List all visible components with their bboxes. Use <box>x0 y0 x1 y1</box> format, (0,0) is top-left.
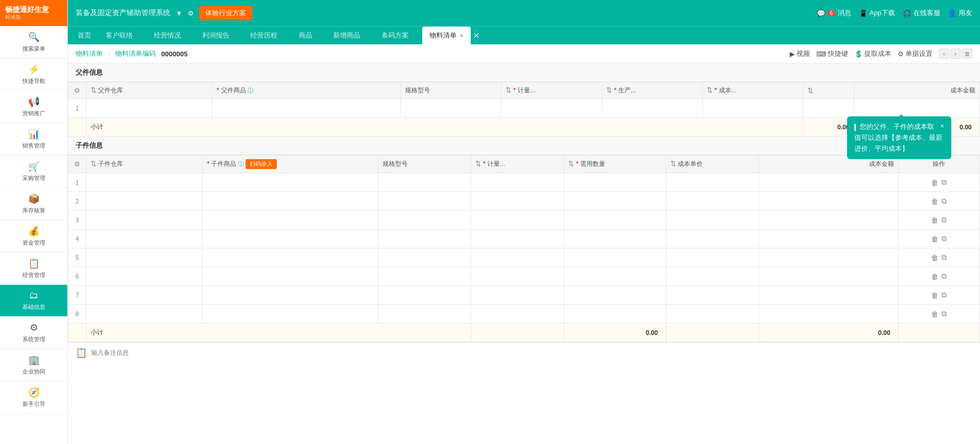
tab-close-add-goods[interactable]: × <box>363 32 366 39</box>
tab-profit-report[interactable]: 利润报告× <box>195 27 243 44</box>
sidebar-item-guide[interactable]: 🧭新手引导 <box>0 381 67 414</box>
settings-th-icon[interactable]: ⚙ <box>74 87 80 94</box>
child-cell-qty-3[interactable] <box>564 211 666 230</box>
list-view[interactable]: ☰ <box>962 49 972 59</box>
sidebar-item-finance[interactable]: 💰资金管理 <box>0 220 67 253</box>
tab-close-operation-history[interactable]: × <box>280 32 284 39</box>
parent-cell-unit-1[interactable] <box>501 99 602 118</box>
scan-button[interactable]: 扫码录入 <box>246 159 277 169</box>
tab-customer[interactable]: 客户联络× <box>99 27 146 44</box>
child-cell-price-3[interactable] <box>666 211 759 230</box>
sidebar-item-system[interactable]: ⚙系统管理 <box>0 317 67 349</box>
delete-icon-3[interactable]: 🗑 <box>931 216 938 224</box>
sidebar-item-marketing[interactable]: 📢营销推广 <box>0 91 67 123</box>
tab-close-operation-status[interactable]: × <box>184 32 187 39</box>
child-cell-warehouse-6[interactable] <box>87 267 203 286</box>
child-cell-unit-7[interactable] <box>471 286 564 305</box>
child-cell-spec-5[interactable] <box>378 248 471 267</box>
child-cell-product-4[interactable] <box>202 230 378 248</box>
child-cell-unit-6[interactable] <box>471 267 564 286</box>
child-cell-product-5[interactable] <box>202 248 378 267</box>
child-cell-warehouse-2[interactable] <box>87 192 203 211</box>
delete-icon-7[interactable]: 🗑 <box>931 291 938 299</box>
breadcrumb-action-video[interactable]: ▶视频 <box>790 49 810 58</box>
tab-operation-history[interactable]: 经营历程× <box>243 27 291 44</box>
sidebar-item-purchase[interactable]: 🛒采购管理 <box>0 155 67 188</box>
header-right-service[interactable]: 🎧在线客服 <box>903 8 940 18</box>
parent-cell-product-1[interactable] <box>212 99 401 118</box>
copy-icon-8[interactable]: ⧉ <box>941 309 947 318</box>
experience-button[interactable]: 体验行业方案 <box>199 6 252 20</box>
child-cell-product-8[interactable] <box>202 305 378 323</box>
tab-barcode[interactable]: 条码方案× <box>374 27 422 44</box>
breadcrumb-code-label[interactable]: 物料清单编码 <box>115 49 156 58</box>
note-input[interactable] <box>91 349 972 356</box>
settings-icon[interactable]: ⚙ <box>188 9 194 17</box>
child-cell-unit-4[interactable] <box>471 230 564 248</box>
breadcrumb-action-extract-cost[interactable]: 💲提取成本 <box>854 49 891 58</box>
child-cell-warehouse-7[interactable] <box>87 286 203 305</box>
child-cell-warehouse-4[interactable] <box>87 230 203 248</box>
child-cell-spec-8[interactable] <box>378 305 471 323</box>
tab-close-customer[interactable]: × <box>136 32 139 39</box>
child-cell-price-1[interactable] <box>666 173 759 192</box>
child-cell-qty-5[interactable] <box>564 248 666 267</box>
child-cell-price-8[interactable] <box>666 305 759 323</box>
child-cell-spec-2[interactable] <box>378 192 471 211</box>
delete-icon-8[interactable]: 🗑 <box>931 310 938 318</box>
child-cell-unit-8[interactable] <box>471 305 564 323</box>
tab-operation-status[interactable]: 经营情况× <box>146 27 194 44</box>
tab-close-profit-report[interactable]: × <box>232 32 236 39</box>
copy-icon-4[interactable]: ⧉ <box>941 234 947 243</box>
child-cell-spec-3[interactable] <box>378 211 471 230</box>
tab-goods[interactable]: 商品× <box>291 27 326 44</box>
sidebar-item-enterprise[interactable]: 🏢企业协同 <box>0 349 67 381</box>
parent-cell-produce-1[interactable] <box>602 99 703 118</box>
copy-icon-7[interactable]: ⧉ <box>941 291 947 299</box>
tab-close-bom[interactable]: × <box>460 32 463 39</box>
delete-icon-1[interactable]: 🗑 <box>931 178 938 187</box>
child-cell-spec-7[interactable] <box>378 286 471 305</box>
prev-arrow[interactable]: ‹ <box>939 49 949 59</box>
delete-icon-2[interactable]: 🗑 <box>931 197 938 206</box>
child-cell-qty-4[interactable] <box>564 230 666 248</box>
child-cell-price-5[interactable] <box>666 248 759 267</box>
child-cell-product-7[interactable] <box>202 286 378 305</box>
sidebar-item-search[interactable]: 🔍搜索菜单 <box>0 26 67 58</box>
child-cell-unit-3[interactable] <box>471 211 564 230</box>
child-cell-unit-5[interactable] <box>471 248 564 267</box>
parent-cell-cost-1[interactable] <box>703 99 803 118</box>
tab-close-barcode[interactable]: × <box>412 32 415 39</box>
child-cell-price-2[interactable] <box>666 192 759 211</box>
parent-cell-spec-1[interactable] <box>401 99 501 118</box>
parent-cell-extra-1[interactable] <box>803 99 854 118</box>
tooltip-close[interactable]: × <box>940 122 944 131</box>
copy-icon-3[interactable]: ⧉ <box>941 215 947 224</box>
child-cell-warehouse-1[interactable] <box>87 173 203 192</box>
child-settings-icon[interactable]: ⚙ <box>74 160 80 168</box>
child-cell-warehouse-3[interactable] <box>87 211 203 230</box>
tab-bom[interactable]: 物料清单× <box>422 27 470 44</box>
child-cell-product-6[interactable] <box>202 267 378 286</box>
tab-home[interactable]: 首页 <box>70 27 99 44</box>
sidebar-item-inventory[interactable]: 📦库存核算 <box>0 188 67 220</box>
copy-icon-1[interactable]: ⧉ <box>941 178 947 187</box>
breadcrumb-bom[interactable]: 物料清单 <box>76 49 103 58</box>
next-arrow[interactable]: › <box>950 49 961 59</box>
child-cell-spec-6[interactable] <box>378 267 471 286</box>
sidebar-item-sales[interactable]: 📊销售管理 <box>0 123 67 155</box>
close-all-tabs[interactable]: ✕ <box>473 31 480 40</box>
parent-cell-warehouse-1[interactable] <box>87 99 212 118</box>
child-cell-warehouse-8[interactable] <box>87 305 203 323</box>
child-cell-spec-4[interactable] <box>378 230 471 248</box>
child-cell-qty-1[interactable] <box>564 173 666 192</box>
tab-close-goods[interactable]: × <box>315 32 318 39</box>
child-cell-unit-1[interactable] <box>471 173 564 192</box>
child-cell-price-7[interactable] <box>666 286 759 305</box>
breadcrumb-action-single-settings[interactable]: ⚙单据设置 <box>898 49 933 58</box>
child-cell-unit-2[interactable] <box>471 192 564 211</box>
child-cell-price-4[interactable] <box>666 230 759 248</box>
child-cell-qty-6[interactable] <box>564 267 666 286</box>
delete-icon-5[interactable]: 🗑 <box>931 254 938 262</box>
child-cell-product-2[interactable] <box>202 192 378 211</box>
